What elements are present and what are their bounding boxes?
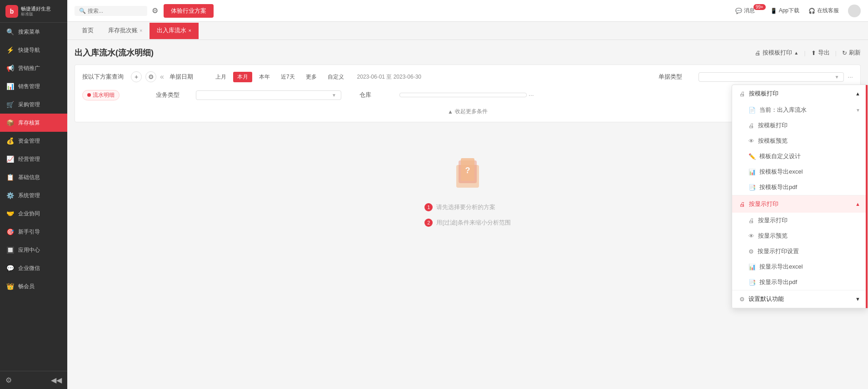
disp-excel-icon: 📊 bbox=[748, 264, 756, 270]
topbar-right: 💬 消息 99+ 📱 App下载 🎧 在线客服 bbox=[735, 5, 861, 17]
sidebar-item-collab[interactable]: 🤝 企业协同 bbox=[0, 204, 67, 223]
print-chevron-icon: ▲ bbox=[794, 50, 798, 55]
message-button[interactable]: 💬 消息 99+ bbox=[735, 7, 761, 15]
date-btn-more[interactable]: 更多 bbox=[302, 72, 321, 82]
topbar-search-input[interactable] bbox=[88, 8, 143, 14]
date-btn-custom[interactable]: 自定义 bbox=[324, 72, 348, 82]
template-print-chevron: ▲ bbox=[855, 91, 860, 96]
tmpl-print-item[interactable]: 🖨 按模板打印 bbox=[732, 118, 868, 133]
tmpl-preview-item[interactable]: 👁 按模板预览 bbox=[732, 133, 868, 149]
display-print-header[interactable]: 🖨 按显示打印 ▲ bbox=[732, 195, 868, 213]
default-func-header[interactable]: ⚙ 设置默认功能 ▼ bbox=[732, 290, 868, 308]
sidebar-item-system[interactable]: ⚙️ 系统管理 bbox=[0, 186, 67, 204]
date-btn-this-year[interactable]: 本年 bbox=[255, 72, 274, 82]
quick-icon: ⚡ bbox=[5, 45, 15, 55]
filter-date-row: 单据日期 上月 本月 本年 近7天 更多 自定义 2023-06-01 至 20… bbox=[170, 72, 658, 82]
current-template-icon: 📄 bbox=[748, 107, 756, 114]
disp-preview-item[interactable]: 👁 按显示预览 bbox=[732, 228, 868, 244]
tmpl-pdf-icon: 📑 bbox=[748, 184, 756, 191]
export-button[interactable]: ⬆ 导出 bbox=[811, 49, 830, 57]
template-print-header[interactable]: 🖨 按模板打印 ▲ bbox=[732, 85, 868, 102]
divider2: | bbox=[835, 50, 837, 56]
add-filter-button[interactable]: + bbox=[131, 71, 142, 82]
logo-icon: b bbox=[5, 5, 18, 18]
sidebar-item-search[interactable]: 🔍 搜索菜单 bbox=[0, 23, 67, 41]
type-label: 单据类型 bbox=[658, 73, 695, 81]
empty-text: 1 请先选择要分析的方案 2 用[过滤]条件来缩小分析范围 bbox=[424, 201, 510, 229]
refresh-button[interactable]: ↻ 刷新 bbox=[842, 49, 861, 57]
export-icon: ⬆ bbox=[811, 50, 816, 56]
type-more-button[interactable]: ··· bbox=[848, 73, 853, 80]
tmpl-excel-icon: 📊 bbox=[748, 169, 756, 175]
current-chevron: ▼ bbox=[856, 108, 860, 113]
date-btn-this-month[interactable]: 本月 bbox=[233, 72, 252, 82]
print-icon: 🖨 bbox=[755, 50, 761, 56]
cta-button[interactable]: 体验行业方案 bbox=[164, 4, 214, 18]
current-template-item[interactable]: 📄 当前：出入库流水 ▼ bbox=[732, 102, 868, 118]
biz-type-select[interactable]: ▼ bbox=[196, 90, 341, 100]
disp-pdf-item[interactable]: 📑 按显示导出pdf bbox=[732, 274, 868, 290]
sidebar-item-basics[interactable]: 📋 基础信息 bbox=[0, 168, 67, 186]
purchase-icon: 🛒 bbox=[5, 100, 15, 109]
tmpl-pdf-item[interactable]: 📑 按模板导出pdf bbox=[732, 180, 868, 195]
filter-collapse-icon[interactable]: « bbox=[160, 73, 164, 81]
warehouse-more-button[interactable]: ··· bbox=[529, 91, 534, 99]
topbar: 🔍 ⚙ 体验行业方案 💬 消息 99+ 📱 App下载 🎧 在线客服 bbox=[67, 0, 868, 22]
basics-icon: 📋 bbox=[5, 173, 15, 182]
settings-gear-icon[interactable]: ⚙ bbox=[152, 6, 158, 15]
sidebar-item-guide[interactable]: 🎯 新手引导 bbox=[0, 223, 67, 241]
user-avatar[interactable] bbox=[848, 5, 861, 17]
sidebar-item-member[interactable]: 👑 畅会员 bbox=[0, 277, 67, 295]
sidebar-item-inventory[interactable]: 📦 库存核算 bbox=[0, 114, 67, 132]
logo-text: 畅捷通好生意 标准版 bbox=[21, 5, 51, 17]
filter-label: 按以下方案查询 bbox=[82, 73, 124, 81]
biz-type-chevron: ▼ bbox=[332, 93, 336, 98]
date-btn-last-month[interactable]: 上月 bbox=[211, 72, 230, 82]
sidebar-item-finance[interactable]: 💰 资金管理 bbox=[0, 132, 67, 150]
display-printer-icon: 🖨 bbox=[739, 201, 745, 208]
guide-icon: 🎯 bbox=[5, 227, 15, 236]
system-icon: ⚙️ bbox=[5, 191, 15, 200]
display-print-chevron: ▲ bbox=[855, 201, 860, 207]
svg-text:?: ? bbox=[465, 166, 470, 175]
type-select[interactable]: ▼ bbox=[698, 72, 844, 82]
print-button[interactable]: 🖨 按模板打印 ▲ bbox=[755, 49, 798, 57]
sidebar-item-sales[interactable]: 📊 销售管理 bbox=[0, 77, 67, 95]
date-btn-7days[interactable]: 近7天 bbox=[277, 72, 299, 82]
sidebar-item-wechat[interactable]: 💬 企业微信 bbox=[0, 259, 67, 277]
filter-row-1: 按以下方案查询 + ⚙ « 单据日期 上月 本月 本年 近7天 更多 自定义 bbox=[82, 71, 853, 82]
app-download-button[interactable]: 📱 App下载 bbox=[770, 7, 799, 15]
operations-icon: 📈 bbox=[5, 155, 15, 164]
tmpl-custom-item[interactable]: ✏️ 模板自定义设计 bbox=[732, 149, 868, 164]
message-badge: 99+ bbox=[753, 4, 766, 10]
default-func-section: ⚙ 设置默认功能 ▼ bbox=[732, 290, 868, 308]
tab-home[interactable]: 首页 bbox=[75, 23, 101, 39]
warehouse-select[interactable] bbox=[399, 93, 527, 97]
tmpl-excel-item[interactable]: 📊 按模板导出excel bbox=[732, 164, 868, 180]
filter-settings-button[interactable]: ⚙ bbox=[145, 71, 156, 82]
sidebar-item-quick[interactable]: ⚡ 快捷导航 bbox=[0, 41, 67, 59]
empty-illustration: ? bbox=[449, 156, 486, 192]
tab-flow[interactable]: 出入库流水 × bbox=[150, 23, 198, 39]
tab-batch-close[interactable]: × bbox=[140, 28, 142, 33]
sidebar-item-purchase[interactable]: 🛒 采购管理 bbox=[0, 95, 67, 114]
disp-setting-item[interactable]: ⚙ 按显示打印设置 bbox=[732, 244, 868, 259]
collapse-sidebar-icon[interactable]: ◀◀ bbox=[51, 376, 62, 384]
sidebar-item-marketing[interactable]: 📢 营销推广 bbox=[0, 59, 67, 77]
tab-batch[interactable]: 库存批次账 × bbox=[101, 23, 150, 39]
online-service-button[interactable]: 🎧 在线客服 bbox=[808, 7, 839, 15]
sidebar-item-apps[interactable]: 🔲 应用中心 bbox=[0, 241, 67, 259]
sidebar-item-operations[interactable]: 📈 经营管理 bbox=[0, 150, 67, 168]
marketing-icon: 📢 bbox=[5, 64, 15, 73]
resize-handle[interactable] bbox=[866, 85, 868, 308]
template-print-section: 🖨 按模板打印 ▲ 📄 当前：出入库流水 ▼ 🖨 按模板打印 👁 按模板预览 bbox=[732, 85, 868, 195]
topbar-search-box[interactable]: 🔍 bbox=[75, 6, 147, 16]
default-func-chevron: ▼ bbox=[855, 296, 860, 302]
tab-flow-close[interactable]: × bbox=[188, 28, 191, 33]
settings-icon[interactable]: ⚙ bbox=[5, 376, 12, 384]
flow-tag[interactable]: 流水明细 bbox=[82, 90, 120, 100]
disp-print-item[interactable]: 🖨 按显示打印 bbox=[732, 213, 868, 228]
search-icon-topbar: 🔍 bbox=[79, 8, 86, 14]
type-select-chevron: ▼ bbox=[834, 75, 839, 80]
disp-excel-item[interactable]: 📊 按显示导出excel bbox=[732, 259, 868, 274]
